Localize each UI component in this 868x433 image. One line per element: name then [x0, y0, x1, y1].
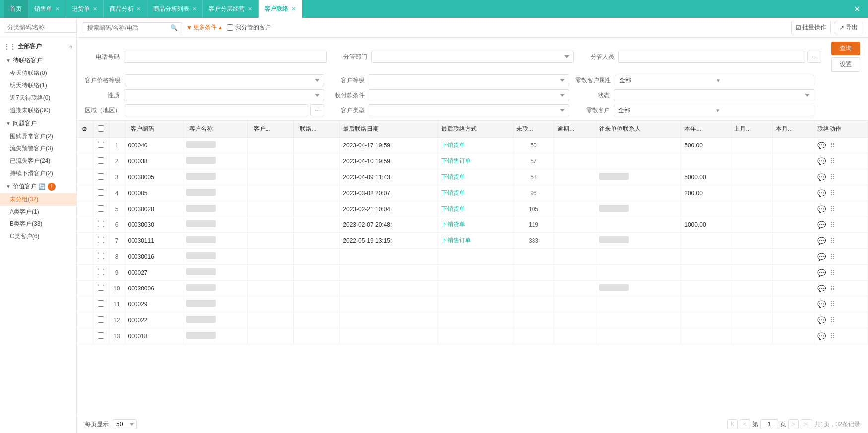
chat-icon[interactable]: 💬 [817, 157, 826, 165]
contact-method-link[interactable]: 下销货单 [441, 173, 465, 180]
chat-icon[interactable]: 💬 [817, 221, 826, 229]
pending-section-header[interactable]: ▼ 待联络客户 [0, 54, 76, 67]
value-refresh-icon[interactable]: 🔄 [38, 183, 46, 190]
payment-select[interactable] [369, 89, 569, 101]
row-checkbox[interactable] [98, 285, 104, 291]
tab-product-analysis[interactable]: 商品分析 ✕ [104, 0, 147, 18]
row-checkbox[interactable] [98, 269, 104, 275]
chat-icon[interactable]: 💬 [817, 300, 826, 308]
chat-icon[interactable]: 💬 [817, 205, 826, 213]
problem-section-header[interactable]: ▼ 问题客户 [0, 117, 76, 130]
select-all-checkbox[interactable] [98, 125, 104, 132]
prev-page-button[interactable]: < [740, 419, 750, 429]
unit-contact-col-header[interactable]: 往来单位联系人 [596, 121, 681, 138]
row-checkbox[interactable] [98, 205, 104, 212]
contact-method-link[interactable]: 下销货单 [441, 189, 465, 196]
customer-type-select[interactable] [369, 104, 569, 116]
first-page-button[interactable]: K [727, 419, 738, 429]
grid-action-icon[interactable]: ⠿ [830, 316, 835, 324]
row-checkbox[interactable] [98, 300, 104, 307]
tab-customer-segment[interactable]: 客户分层经营 ✕ [203, 0, 259, 18]
grid-action-icon[interactable]: ⠿ [830, 300, 835, 308]
contact-method-link[interactable]: 下销货单 [441, 205, 465, 212]
row-checkbox[interactable] [98, 142, 104, 148]
sidebar-item-class-a[interactable]: A类客户(1) [0, 206, 76, 218]
tab-product-analysis-list-close[interactable]: ✕ [192, 6, 197, 12]
sidebar-item-abnormal[interactable]: 囤购异常客户(2) [0, 130, 76, 143]
row-checkbox[interactable] [98, 316, 104, 323]
row-checkbox[interactable] [98, 157, 104, 164]
contact-method-link[interactable]: 下销货单 [441, 142, 465, 148]
sidebar-item-declining[interactable]: 持续下滑客户(2) [0, 167, 76, 180]
no-contact-col-header[interactable]: 未联... [513, 121, 554, 138]
tab-purchase-close[interactable]: ✕ [93, 6, 97, 12]
contact-col-header[interactable]: :联络... [294, 121, 340, 138]
tab-customer-contact[interactable]: 客户联络 ✕ [259, 0, 302, 18]
chat-icon[interactable]: 💬 [817, 332, 826, 340]
grid-action-icon[interactable]: ⠿ [830, 157, 835, 165]
person-input[interactable] [618, 51, 805, 63]
grid-action-icon[interactable]: ⠿ [830, 253, 835, 261]
grid-action-icon[interactable]: ⠿ [830, 269, 835, 277]
tab-product-analysis-close[interactable]: ✕ [136, 6, 141, 12]
code-col-header[interactable]: :客户编码 [125, 121, 183, 138]
region-more-button[interactable]: ··· [310, 104, 324, 116]
last-method-col-header[interactable]: 最后联络方式 [438, 121, 513, 138]
filter-search-input[interactable] [87, 24, 168, 31]
chat-icon[interactable]: 💬 [817, 237, 826, 245]
contact-method-link[interactable]: 下销货单 [441, 221, 465, 228]
grid-action-icon[interactable]: ⠿ [830, 221, 835, 229]
grid-action-icon[interactable]: ⠿ [830, 332, 835, 340]
phone-input[interactable] [124, 51, 327, 63]
last-month-col-header[interactable]: 上月... [731, 121, 773, 138]
sidebar-item-tomorrow-pending[interactable]: 明天待联络(1) [0, 79, 76, 92]
page-input[interactable] [760, 419, 778, 429]
filter-search-icon[interactable]: 🔍 [170, 24, 178, 31]
sidebar-item-class-b[interactable]: B类客户(33) [0, 218, 76, 230]
zero-customer-select[interactable]: 全部 ▼ [614, 105, 814, 116]
grid-action-icon[interactable]: ⠿ [830, 205, 835, 213]
my-customers-checkbox[interactable]: 我分管的客户 [227, 23, 271, 32]
page-size-select[interactable]: 50 20 100 200 [113, 419, 137, 429]
chat-icon[interactable]: 💬 [817, 189, 826, 197]
sidebar-search-input[interactable] [4, 22, 77, 33]
tab-product-analysis-list[interactable]: 商品分析列表 ✕ [147, 0, 203, 18]
contact-method-link[interactable]: 下销售订单 [441, 157, 471, 164]
grid-action-icon[interactable]: ⠿ [830, 285, 835, 292]
status-select[interactable] [614, 89, 814, 101]
sidebar-item-churned[interactable]: 已流失客户(24) [0, 155, 76, 167]
chat-icon[interactable]: 💬 [817, 142, 826, 149]
settings-col-header[interactable]: ⚙ [77, 121, 93, 138]
reset-button[interactable]: 设置 [831, 57, 860, 72]
my-customers-check[interactable] [227, 24, 233, 31]
tab-sales[interactable]: 销售单 ✕ [28, 0, 66, 18]
close-window-button[interactable]: ✕ [850, 4, 864, 14]
chat-icon[interactable]: 💬 [817, 285, 826, 292]
name-col-header[interactable]: :客户名称 [183, 121, 248, 138]
tab-home[interactable]: 首页 [4, 0, 28, 18]
person-more-button[interactable]: ··· [807, 51, 821, 63]
grid-action-icon[interactable]: ⠿ [830, 142, 835, 149]
row-checkbox[interactable] [98, 189, 104, 196]
sidebar-item-class-c[interactable]: C类客户(6) [0, 230, 76, 243]
sidebar-collapse-icon[interactable]: « [69, 44, 72, 50]
last-page-button[interactable]: >| [801, 419, 812, 429]
tab-customer-segment-close[interactable]: ✕ [248, 6, 252, 12]
sidebar-item-overdue-pending[interactable]: 逾期未联络(30) [0, 104, 76, 117]
sidebar-item-today-pending[interactable]: 今天待联络(0) [0, 67, 76, 79]
tab-purchase[interactable]: 进货单 ✕ [66, 0, 104, 18]
sidebar-item-7days-pending[interactable]: 近7天待联络(0) [0, 92, 76, 104]
all-customers-item[interactable]: ⋮⋮ 全部客户 « [0, 39, 76, 54]
type-col-header[interactable]: :客户... [248, 121, 294, 138]
chat-icon[interactable]: 💬 [817, 269, 826, 277]
row-checkbox[interactable] [98, 237, 104, 243]
next-page-button[interactable]: > [788, 419, 799, 429]
region-input[interactable] [125, 104, 308, 116]
grid-action-icon[interactable]: ⠿ [830, 189, 835, 197]
more-conditions-button[interactable]: ▼ 更多条件 ▲ [186, 23, 223, 32]
nature-select[interactable] [124, 89, 324, 101]
tab-sales-close[interactable]: ✕ [55, 6, 60, 12]
chat-icon[interactable]: 💬 [817, 316, 826, 324]
tab-customer-contact-close[interactable]: ✕ [291, 6, 296, 12]
customer-level-select[interactable] [369, 74, 569, 86]
